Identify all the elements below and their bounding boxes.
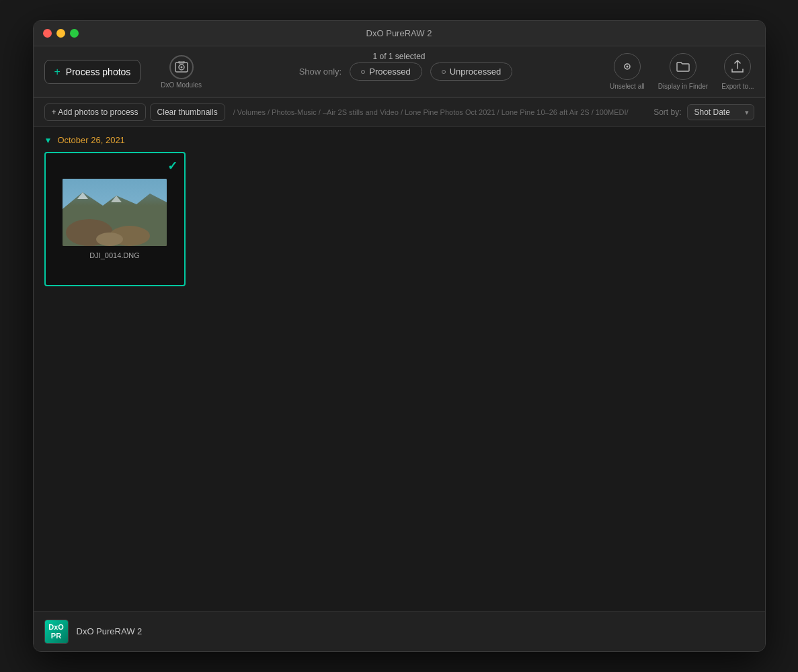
breadcrumb-bar: + Add photos to process Clear thumbnails… xyxy=(34,98,765,127)
export-icon xyxy=(724,53,751,80)
svg-rect-6 xyxy=(63,179,167,209)
date-header: ▼ October 26, 2021 xyxy=(44,135,754,145)
content-area: ▼ October 26, 2021 ✓ xyxy=(34,127,765,611)
processed-dot-icon xyxy=(361,70,365,74)
filter-unprocessed-button[interactable]: Unprocessed xyxy=(430,62,513,81)
fullscreen-button[interactable] xyxy=(70,29,79,38)
svg-marker-12 xyxy=(111,196,122,202)
sort-area: Sort by: Shot Date File Name Date Added xyxy=(653,104,754,120)
dxo-modules-icon xyxy=(169,55,194,79)
unprocessed-dot-icon xyxy=(442,70,446,74)
svg-marker-11 xyxy=(77,192,88,199)
add-photos-button[interactable]: + Add photos to process xyxy=(44,103,146,121)
thumbnail-item[interactable]: ✓ xyxy=(44,152,186,286)
date-label: October 26, 2021 xyxy=(57,135,124,145)
process-photos-label: Process photos xyxy=(66,67,131,77)
add-photos-label: + Add photos to process xyxy=(52,108,138,117)
right-actions: Unselect all Display in Finder xyxy=(610,53,754,90)
date-chevron-icon[interactable]: ▼ xyxy=(44,136,52,145)
footer-app-name: DxO PureRAW 2 xyxy=(77,626,143,636)
clear-thumbnails-label: Clear thumbnails xyxy=(157,108,218,117)
minimize-button[interactable] xyxy=(56,29,65,38)
titlebar: DxO PureRAW 2 xyxy=(34,21,765,46)
thumbnails-grid: ✓ xyxy=(44,152,754,286)
app-logo: DxOPR xyxy=(44,620,69,644)
folder-icon xyxy=(670,53,696,80)
plus-icon: + xyxy=(54,66,61,78)
unselect-all-label: Unselect all xyxy=(610,83,645,90)
date-group: ▼ October 26, 2021 ✓ xyxy=(44,135,754,286)
export-to-label: Export to... xyxy=(721,83,754,90)
svg-point-10 xyxy=(96,233,123,246)
app-window: DxO PureRAW 2 + Process photos Dx xyxy=(33,20,766,652)
sort-by-label: Sort by: xyxy=(653,108,681,117)
selection-check-icon: ✓ xyxy=(167,159,177,173)
logo-inner: DxOPR xyxy=(45,620,68,643)
dxo-modules-button[interactable]: DxO Modules xyxy=(161,55,202,89)
filter-unprocessed-label: Unprocessed xyxy=(450,67,502,77)
traffic-lights xyxy=(43,29,79,38)
close-button[interactable] xyxy=(43,29,52,38)
display-in-finder-button[interactable]: Display in Finder xyxy=(658,53,708,90)
unselect-all-button[interactable]: Unselect all xyxy=(610,53,645,90)
show-only-area: Show only: Processed Unprocessed xyxy=(215,62,596,81)
process-photos-button[interactable]: + Process photos xyxy=(44,60,141,84)
footer: DxOPR DxO PureRAW 2 xyxy=(34,611,765,651)
svg-point-5 xyxy=(626,66,628,68)
filter-processed-button[interactable]: Processed xyxy=(350,62,422,81)
export-to-button[interactable]: Export to... xyxy=(721,53,754,90)
main-toolbar: + Process photos DxO Modules Show only: xyxy=(34,46,765,97)
thumbnail-filename: DJI_0014.DNG xyxy=(89,251,140,259)
svg-point-2 xyxy=(180,66,182,68)
dxo-modules-label: DxO Modules xyxy=(161,81,202,89)
window-title: DxO PureRAW 2 xyxy=(366,28,432,38)
display-in-finder-label: Display in Finder xyxy=(658,83,708,90)
show-only-label: Show only: xyxy=(299,67,342,77)
clear-thumbnails-button[interactable]: Clear thumbnails xyxy=(150,103,225,121)
sort-select[interactable]: Shot Date File Name Date Added xyxy=(687,104,754,120)
unselect-all-icon xyxy=(614,53,641,80)
thumbnail-image xyxy=(63,179,167,246)
sort-select-wrapper: Shot Date File Name Date Added xyxy=(687,104,754,120)
filter-processed-label: Processed xyxy=(369,67,410,77)
breadcrumb-path: / Volumes / Photos-Music / –Air 2S still… xyxy=(233,108,654,116)
